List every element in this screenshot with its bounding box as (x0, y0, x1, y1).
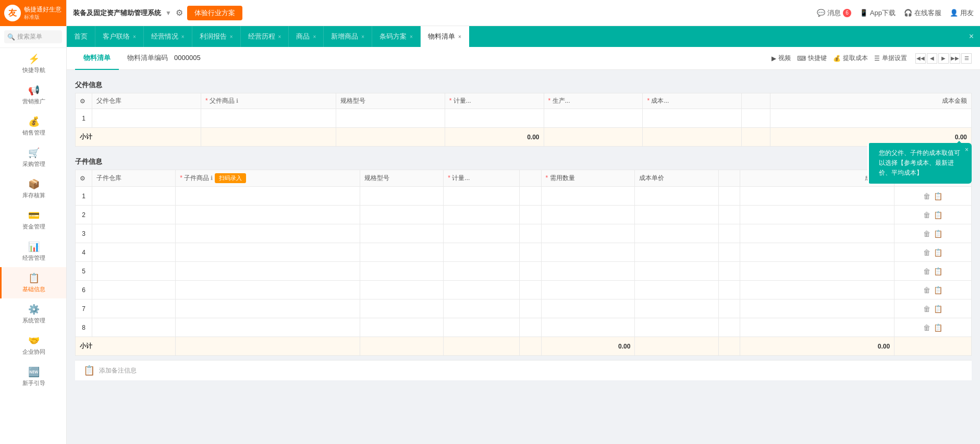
sidebar-item-basic-info[interactable]: 📋 基础信息 (0, 267, 66, 298)
child-unit-cell[interactable] (444, 262, 519, 281)
parent-warehouse-cell[interactable] (92, 109, 201, 128)
tab-customer[interactable]: 客户联络 × (95, 26, 144, 47)
child-warehouse-cell[interactable] (92, 187, 176, 206)
child-unit-cell[interactable] (444, 224, 519, 243)
child-warehouse-cell[interactable] (92, 224, 176, 243)
tab-close-operations-status[interactable]: × (181, 34, 185, 40)
sub-tab-bom-code[interactable]: 物料清单编码 0000005 (119, 47, 209, 70)
sidebar-item-guide[interactable]: 🆕 新手引导 (0, 361, 66, 392)
copy-icon[interactable]: 📋 (934, 267, 942, 275)
child-warehouse-cell[interactable] (92, 318, 176, 337)
copy-icon[interactable]: 📋 (934, 211, 942, 219)
delete-icon[interactable]: 🗑 (923, 230, 930, 238)
tab-close-goods[interactable]: × (313, 34, 316, 40)
child-goods-cell[interactable] (176, 243, 360, 262)
tab-new-goods[interactable]: 新增商品 × (324, 26, 372, 47)
delete-icon[interactable]: 🗑 (923, 267, 930, 275)
child-goods-cell[interactable] (176, 299, 360, 318)
child-goods-cell[interactable] (176, 281, 360, 299)
child-spec-cell[interactable] (360, 262, 444, 281)
search-input[interactable]: 🔍 搜索菜单 (4, 30, 62, 43)
delete-icon[interactable]: 🗑 (923, 248, 930, 257)
copy-icon[interactable]: 📋 (934, 286, 942, 294)
parent-col-settings[interactable]: ⚙ (76, 93, 92, 109)
child-warehouse-cell[interactable] (92, 262, 176, 281)
child-unit-cost-cell[interactable] (635, 224, 718, 243)
child-warehouse-cell[interactable] (92, 281, 176, 299)
child-goods-cell[interactable] (176, 187, 360, 206)
sidebar-item-marketing[interactable]: 📢 营销推广 (0, 79, 66, 111)
child-goods-cell[interactable] (176, 318, 360, 337)
sidebar-item-sales[interactable]: 💰 销售管理 (0, 111, 66, 142)
parent-cost-cell[interactable] (643, 109, 742, 128)
child-spec-cell[interactable] (360, 281, 444, 299)
delete-icon[interactable]: 🗑 (923, 323, 930, 332)
child-spec-cell[interactable] (360, 187, 444, 206)
tab-close-bom[interactable]: × (458, 34, 461, 40)
child-unit-cost-cell[interactable] (635, 187, 718, 206)
delete-icon[interactable]: 🗑 (923, 286, 930, 294)
child-spec-cell[interactable] (360, 206, 444, 224)
child-unit-cost-cell[interactable] (635, 206, 718, 224)
child-warehouse-cell[interactable] (92, 206, 176, 224)
child-quantity-cell[interactable] (541, 224, 635, 243)
child-unit-cost-cell[interactable] (635, 299, 718, 318)
shortcut-button[interactable]: ⌨ 快捷键 (797, 54, 827, 63)
child-unit-cell[interactable] (444, 299, 519, 318)
tab-home[interactable]: 首页 (67, 26, 95, 47)
delete-icon[interactable]: 🗑 (923, 192, 930, 200)
tab-close-barcode[interactable]: × (410, 34, 413, 40)
child-unit-cost-cell[interactable] (635, 243, 718, 262)
tab-operations-status[interactable]: 经营情况 × (144, 26, 192, 47)
child-spec-cell[interactable] (360, 243, 444, 262)
copy-icon[interactable]: 📋 (934, 305, 942, 313)
sidebar-item-enterprise[interactable]: 🤝 企业协同 (0, 330, 66, 361)
parent-goods-cell[interactable] (201, 109, 336, 128)
child-unit-cell[interactable] (444, 187, 519, 206)
tab-close-profit[interactable]: × (230, 34, 233, 40)
child-quantity-cell[interactable] (541, 299, 635, 318)
child-unit-cell[interactable] (444, 281, 519, 299)
parent-production-cell[interactable] (544, 109, 643, 128)
video-button[interactable]: ▶ 视频 (771, 54, 791, 63)
tab-profit[interactable]: 利润报告 × (192, 26, 241, 47)
sidebar-item-finance[interactable]: 💳 资金管理 (0, 205, 66, 236)
child-quantity-cell[interactable] (541, 243, 635, 262)
sidebar-item-operations[interactable]: 📊 经营管理 (0, 236, 66, 267)
child-quantity-cell[interactable] (541, 318, 635, 337)
scan-input-button[interactable]: 扫码录入 (215, 173, 246, 183)
child-unit-cell[interactable] (444, 206, 519, 224)
sub-tab-bom-list[interactable]: 物料清单 (75, 47, 119, 70)
parent-spec-cell[interactable] (336, 109, 445, 128)
nav-next-button[interactable]: ▶ (938, 53, 949, 64)
nav-first-button[interactable]: ◀◀ (915, 53, 926, 64)
child-goods-cell[interactable] (176, 224, 360, 243)
child-unit-cost-cell[interactable] (635, 318, 718, 337)
close-all-tabs-button[interactable]: × (963, 32, 980, 41)
nav-list-view-button[interactable]: ☰ (961, 53, 972, 64)
child-warehouse-cell[interactable] (92, 243, 176, 262)
message-button[interactable]: 💬 消息 6 (817, 8, 851, 18)
app-download-button[interactable]: 📱 App下载 (860, 8, 896, 18)
document-settings-button[interactable]: ☰ 单据设置 (874, 54, 907, 63)
parent-unit-cell[interactable] (445, 109, 544, 128)
gear-icon[interactable]: ⚙ (176, 8, 183, 18)
child-quantity-cell[interactable] (541, 281, 635, 299)
copy-icon[interactable]: 📋 (934, 323, 942, 332)
child-goods-cell[interactable] (176, 262, 360, 281)
copy-icon[interactable]: 📋 (934, 248, 942, 257)
child-col-settings[interactable]: ⚙ (76, 170, 92, 187)
tab-close-history[interactable]: × (278, 34, 281, 40)
sidebar-item-quick-nav[interactable]: ⚡ 快捷导航 (0, 48, 66, 79)
tooltip-close-button[interactable]: × (965, 145, 969, 155)
tab-close-customer[interactable]: × (133, 34, 136, 40)
delete-icon[interactable]: 🗑 (923, 305, 930, 313)
child-unit-cost-cell[interactable] (635, 281, 718, 299)
trial-button[interactable]: 体验行业方案 (187, 6, 242, 20)
tab-history[interactable]: 经营历程 × (241, 26, 289, 47)
child-quantity-cell[interactable] (541, 187, 635, 206)
tab-bom[interactable]: 物料清单 × (421, 26, 469, 47)
child-quantity-cell[interactable] (541, 206, 635, 224)
sidebar-item-purchase[interactable]: 🛒 采购管理 (0, 142, 66, 173)
nav-prev-button[interactable]: ◀ (927, 53, 937, 64)
